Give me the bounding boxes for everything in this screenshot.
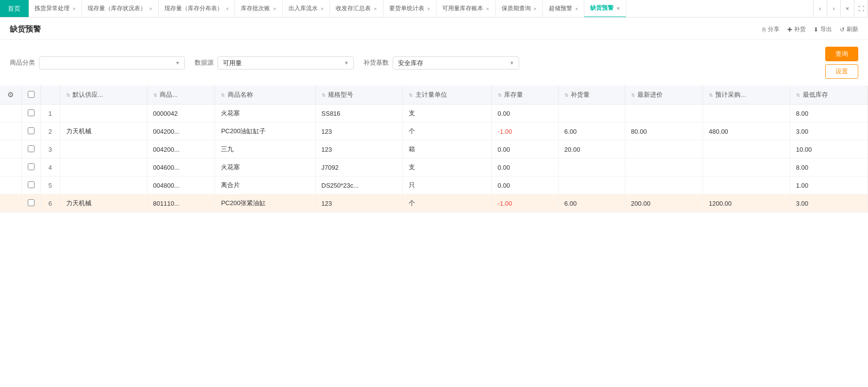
tab-receipt-summary[interactable]: 收发存汇总表 × [330,0,383,18]
settings-button[interactable]: 设置 [825,64,858,79]
tab-available-ledger[interactable]: 可用量库存账本 × [436,0,495,18]
row-checkbox-cell[interactable] [21,105,40,123]
tab-shortage[interactable]: 缺货预警 × [584,0,626,18]
tab-scroll-right[interactable]: › [827,0,841,18]
row-product-code: 801110... [147,194,215,212]
select-all-checkbox[interactable] [28,91,35,98]
query-button[interactable]: 查询 [825,47,858,61]
category-select[interactable] [39,56,185,70]
row-supplier [60,176,147,194]
tab-order-stats[interactable]: 要货单统计表 × [383,0,436,18]
share-button[interactable]: ⎘ 分享 [762,25,779,34]
unit-column-header[interactable]: ⇅ 主计量单位 [402,86,491,105]
close-icon[interactable]: × [374,6,377,12]
tab-expiry[interactable]: 保质期查询 × [496,0,543,18]
close-icon[interactable]: × [72,6,75,12]
close-icon[interactable]: × [273,6,276,12]
row-supplier [60,158,147,176]
tab-label: 可用量库存账本 [442,4,483,13]
supplier-column-header[interactable]: ⇅ 默认供应... [60,86,147,105]
row-number: 6 [40,194,60,212]
tab-inventory-dist[interactable]: 现存量（库存分布表） × [159,0,235,18]
close-icon[interactable]: × [149,6,152,12]
datasource-select[interactable]: 可用量 [217,56,354,70]
table-row: 5 004800... 离合片 DS250*23c... 只 0.00 1.00 [0,176,868,194]
row-spec: DS250*23c... [315,176,402,194]
close-icon[interactable]: × [321,6,324,12]
tab-nav-buttons: ‹ › × ⛶ [813,0,868,18]
row-product-name: 火花塞 [215,158,315,176]
row-supplier [60,141,147,158]
row-checkbox[interactable] [28,199,35,206]
min-stock-column-header[interactable]: ⇅ 最低库存 [790,86,868,105]
close-all-icon: × [846,5,849,12]
row-num-column-header [40,86,60,105]
row-replenish-qty [558,105,625,123]
row-checkbox-cell[interactable] [21,194,40,212]
row-stock: -1.00 [491,123,558,141]
replenish-base-select[interactable]: 安全库存 [393,56,519,70]
row-product-name: PC200张紧油缸 [215,194,315,212]
page-header: 缺货预警 ⎘ 分享 ✚ 补货 ⬇ 导出 ↺ 刷新 [0,18,868,40]
tab-home[interactable]: 首页 [0,0,29,18]
close-icon[interactable]: × [534,6,537,12]
checkbox-column-header[interactable] [21,86,40,105]
row-gear-cell [0,105,21,123]
row-checkbox[interactable] [28,127,35,134]
tab-scroll-left[interactable]: ‹ [814,0,827,18]
row-product-code: 004600... [147,158,215,176]
category-filter-label: 商品分类 [10,58,35,67]
estimated-purchase-column-header[interactable]: ⇅ 预计采购... [703,86,790,105]
tab-fullscreen[interactable]: ⛶ [854,0,868,18]
gear-column-header[interactable]: ⚙ [0,86,21,105]
row-unit: 个 [402,123,491,141]
replenish-button[interactable]: ✚ 补货 [787,25,806,34]
row-number: 1 [40,105,60,123]
tab-label: 要货单统计表 [389,4,424,13]
close-icon[interactable]: × [427,6,430,12]
tab-label: 保质期查询 [502,4,531,13]
table-header-row: ⚙ ⇅ 默认供应... ⇅ 商品... ⇅ [0,86,868,105]
product-name-column-header[interactable]: ⇅ 商品名称 [215,86,315,105]
table-row: 2 力天机械 004200... PC200油缸缸子 123 个 -1.00 6… [0,123,868,141]
close-icon[interactable]: × [575,6,578,12]
tab-inout-flow[interactable]: 出入库流水 × [283,0,330,18]
row-checkbox[interactable] [28,163,35,170]
product-code-column-header[interactable]: ⇅ 商品... [147,86,215,105]
row-gear-cell [0,194,21,212]
row-latest-price [625,158,703,176]
tab-overstock[interactable]: 超储预警 × [543,0,584,18]
filter-bar: 商品分类 数据源 可用量 补货基数 安全库存 [0,40,868,86]
tab-inventory-status[interactable]: 现存量（库存状况表） × [82,0,158,18]
datasource-filter-label: 数据源 [195,58,214,67]
replenish-base-filter-group: 补货基数 安全库存 [363,56,519,70]
close-icon[interactable]: × [226,6,229,12]
row-product-code: 004800... [147,176,215,194]
row-spec: 123 [315,141,402,158]
row-checkbox-cell[interactable] [21,123,40,141]
row-checkbox[interactable] [28,109,35,116]
spec-column-header[interactable]: ⇅ 规格型号 [315,86,402,105]
row-checkbox[interactable] [28,145,35,152]
tab-label: 库存批次账 [241,4,270,13]
row-min-stock: 1.00 [790,176,868,194]
refresh-button[interactable]: ↺ 刷新 [840,25,858,34]
tab-abnormal[interactable]: 拣货异常处理 × [29,0,82,18]
row-number: 4 [40,158,60,176]
row-supplier: 力天机械 [60,194,147,212]
row-checkbox-cell[interactable] [21,141,40,158]
replenish-qty-column-header[interactable]: ⇅ 补货量 [558,86,625,105]
row-checkbox-cell[interactable] [21,158,40,176]
row-unit: 支 [402,105,491,123]
close-icon[interactable]: × [486,6,489,12]
tab-close-all[interactable]: × [841,0,854,18]
row-checkbox[interactable] [28,181,35,188]
latest-price-column-header[interactable]: ⇅ 最新进价 [625,86,703,105]
tab-batch-account[interactable]: 库存批次账 × [235,0,282,18]
replenish-label: 补货 [794,25,806,34]
stock-column-header[interactable]: ⇅ 库存量 [491,86,558,105]
close-icon[interactable]: × [616,5,619,11]
gear-icon[interactable]: ⚙ [7,90,14,99]
export-button[interactable]: ⬇ 导出 [814,25,832,34]
row-checkbox-cell[interactable] [21,176,40,194]
